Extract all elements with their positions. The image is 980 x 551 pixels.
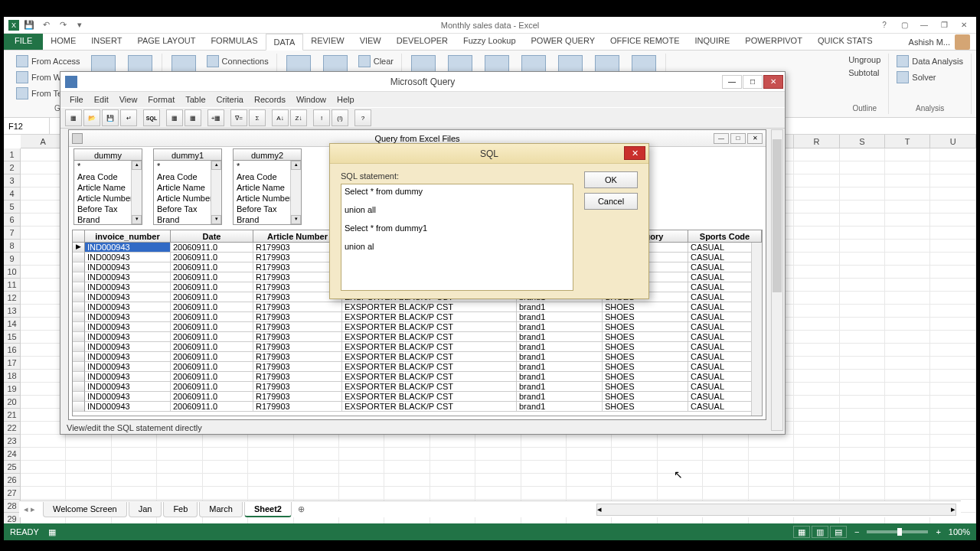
mq-menu-view[interactable]: View: [115, 93, 142, 106]
row-header[interactable]: 16: [4, 344, 20, 357]
mq-menu-window[interactable]: Window: [292, 93, 331, 106]
col-header[interactable]: U: [930, 135, 975, 148]
row-header[interactable]: 19: [4, 383, 20, 396]
row-header[interactable]: 4: [4, 187, 20, 201]
child-close-button[interactable]: ✕: [747, 133, 763, 144]
zoom-in-button[interactable]: +: [936, 527, 940, 536]
ribbon-tab-developer[interactable]: DEVELOPER: [389, 33, 456, 50]
child-minimize-button[interactable]: —: [714, 133, 729, 144]
tb-new-icon[interactable]: ▦: [65, 109, 82, 126]
col-header[interactable]: S: [840, 135, 885, 148]
grid-row[interactable]: IND00094320060911.0R179903EXSPORTER BLAC…: [73, 402, 762, 412]
normal-view-icon[interactable]: ▦: [793, 526, 810, 538]
ungroup-button[interactable]: Ungroup: [845, 54, 884, 66]
row-header[interactable]: 18: [4, 370, 20, 383]
mq-menu-file[interactable]: File: [65, 93, 88, 106]
mq-menu-table[interactable]: Table: [181, 93, 210, 106]
msquery-minimize-button[interactable]: —: [722, 75, 742, 89]
row-header[interactable]: 12: [4, 292, 20, 305]
redo-icon[interactable]: ↷: [56, 18, 70, 32]
sheet-nav[interactable]: ◂ ▸: [24, 504, 35, 514]
sheet-tab[interactable]: Sheet2: [244, 502, 292, 517]
row-header[interactable]: 26: [4, 474, 20, 487]
name-box[interactable]: F12: [4, 118, 50, 134]
msquery-close-button[interactable]: ✕: [763, 75, 783, 89]
row-header[interactable]: 8: [4, 240, 20, 253]
ribbon-tab-page-layout[interactable]: PAGE LAYOUT: [129, 33, 203, 50]
tb-sortasc-icon[interactable]: A↓: [272, 109, 289, 126]
restore-icon[interactable]: ❐: [936, 19, 952, 31]
page-break-icon[interactable]: ▤: [830, 526, 847, 538]
row-header[interactable]: 5: [4, 201, 20, 214]
row-header[interactable]: 6: [4, 214, 20, 227]
zoom-slider[interactable]: [867, 530, 928, 533]
ribbon-tab-home[interactable]: HOME: [43, 33, 83, 50]
row-header[interactable]: 17: [4, 357, 20, 370]
close-icon[interactable]: ✕: [956, 19, 972, 31]
row-header[interactable]: 23: [4, 435, 20, 448]
grid-row[interactable]: IND00094320060911.0R179903EXSPORTER BLAC…: [73, 362, 762, 372]
zoom-out-button[interactable]: −: [854, 527, 859, 536]
ribbon-tab-view[interactable]: VIEW: [352, 33, 389, 50]
ribbon-tab-quick-stats[interactable]: QUICK STATS: [810, 33, 880, 50]
solver-button[interactable]: Solver: [893, 70, 966, 85]
msquery-scrollbar[interactable]: [771, 129, 783, 431]
row-header[interactable]: 15: [4, 331, 20, 344]
tb-sql-button[interactable]: SQL: [143, 109, 160, 126]
col-header[interactable]: R: [794, 135, 839, 148]
tb-auto-icon[interactable]: (!): [332, 109, 348, 126]
row-header[interactable]: 27: [4, 487, 20, 500]
grid-row[interactable]: IND00094320060911.0R179903EXSPORTER BLAC…: [73, 322, 762, 332]
sql-close-button[interactable]: ✕: [624, 146, 645, 160]
minimize-icon[interactable]: —: [916, 19, 932, 31]
zoom-level[interactable]: 100%: [949, 527, 970, 536]
tb-sortdesc-icon[interactable]: Z↓: [290, 109, 307, 126]
table-box[interactable]: dummy1*Area CodeArticle NameArticle Numb…: [153, 148, 222, 225]
mq-menu-format[interactable]: Format: [143, 93, 179, 106]
save-icon[interactable]: 💾: [22, 18, 36, 32]
row-header[interactable]: 2: [4, 161, 20, 174]
ribbon-tab-powerpivot[interactable]: POWERPIVOT: [737, 33, 810, 50]
data-analysis-button[interactable]: Data Analysis: [893, 54, 966, 69]
grid-row[interactable]: IND00094320060911.0R179903EXSPORTER BLAC…: [73, 382, 762, 392]
row-header[interactable]: 24: [4, 448, 20, 461]
grid-row[interactable]: IND00094320060911.0R179903EXSPORTER BLAC…: [73, 372, 762, 382]
qat-customize-icon[interactable]: ▾: [73, 18, 87, 32]
row-header[interactable]: 25: [4, 461, 20, 474]
ribbon-tab-inquire[interactable]: INQUIRE: [687, 33, 737, 50]
sheet-tab[interactable]: Feb: [163, 502, 198, 517]
mq-menu-edit[interactable]: Edit: [90, 93, 113, 106]
sql-titlebar[interactable]: SQL ✕: [330, 144, 648, 164]
row-header[interactable]: 3: [4, 174, 20, 187]
sheet-tab[interactable]: Jan: [129, 502, 162, 517]
from-access-button[interactable]: From Access: [13, 54, 83, 69]
table-box[interactable]: dummy*Area CodeArticle NameArticle Numbe…: [74, 148, 142, 225]
row-header[interactable]: 11: [4, 279, 20, 292]
mq-menu-criteria[interactable]: Criteria: [212, 93, 248, 106]
file-tab[interactable]: FILE: [4, 33, 43, 50]
ribbon-tab-office-remote[interactable]: OFFICE REMOTE: [603, 33, 687, 50]
grid-row[interactable]: IND00094320060911.0R179903EXSPORTER BLAC…: [73, 302, 762, 312]
tb-totals-icon[interactable]: Σ: [249, 109, 266, 126]
row-header[interactable]: 14: [4, 318, 20, 331]
sheet-tab[interactable]: March: [199, 502, 243, 517]
page-layout-icon[interactable]: ▥: [812, 526, 828, 538]
row-header[interactable]: 10: [4, 266, 20, 279]
grid-row[interactable]: IND00094320060911.0R179903EXSPORTER BLAC…: [73, 332, 762, 342]
grid-row[interactable]: IND00094320060911.0R179903EXSPORTER BLAC…: [73, 342, 762, 352]
ribbon-opts-icon[interactable]: ▢: [897, 19, 912, 31]
sql-textarea[interactable]: [341, 184, 573, 291]
tb-return-icon[interactable]: ↵: [120, 109, 137, 126]
row-header[interactable]: 1: [4, 148, 20, 161]
row-header[interactable]: 7: [4, 227, 20, 240]
child-maximize-button[interactable]: □: [730, 133, 746, 144]
tb-criteria-icon[interactable]: ∇=: [230, 109, 247, 126]
ribbon-tab-data[interactable]: DATA: [266, 34, 304, 51]
macro-icon[interactable]: ▦: [48, 527, 56, 537]
sheet-tab[interactable]: Welcome Screen: [43, 502, 127, 517]
table-box[interactable]: dummy2*Area CodeArticle NameArticle Numb…: [233, 148, 302, 225]
ribbon-tab-power-query[interactable]: POWER QUERY: [524, 33, 603, 50]
undo-icon[interactable]: ↶: [39, 18, 53, 32]
connections-button[interactable]: Connections: [204, 54, 272, 69]
result-scrollbar[interactable]: [751, 243, 762, 416]
